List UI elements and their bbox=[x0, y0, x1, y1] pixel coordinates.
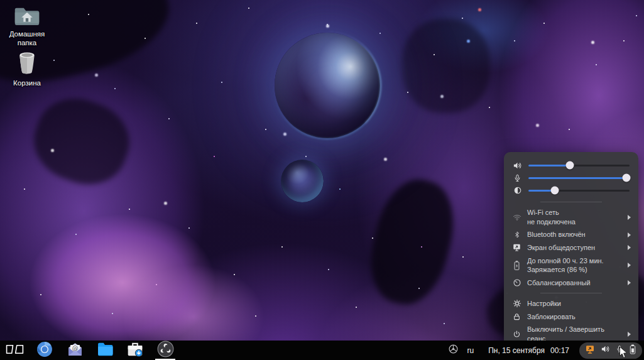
settings-menu-item[interactable]: Настройки bbox=[504, 297, 638, 310]
volume-track[interactable] bbox=[528, 165, 630, 166]
microphone-icon[interactable] bbox=[616, 344, 623, 356]
battery-subtitle: Заряжается (86 %) bbox=[527, 265, 624, 275]
taskbar-apps: @ bbox=[6, 342, 174, 359]
screen-share-active-icon[interactable] bbox=[585, 344, 595, 357]
large-planet bbox=[275, 33, 380, 138]
chevron-right-icon bbox=[628, 263, 631, 268]
bluetooth-icon bbox=[511, 230, 522, 239]
nebula-dark-shape bbox=[23, 87, 139, 195]
settings-label: Настройки bbox=[527, 299, 631, 308]
keyboard-layout-indicator[interactable]: ru bbox=[467, 346, 474, 355]
taskbar-tray-area: ru Пн, 15 сентября00:17 bbox=[448, 342, 644, 359]
desktop-screen: Домашняя папка Корзина bbox=[0, 0, 644, 360]
microphone-icon bbox=[512, 173, 523, 183]
power-profile-icon bbox=[511, 278, 522, 287]
microphone-track[interactable] bbox=[528, 177, 630, 179]
desktop-icon-label: Домашняя папка bbox=[1, 30, 53, 47]
brightness-icon bbox=[512, 185, 523, 196]
screen-share-title: Экран общедоступен bbox=[527, 243, 624, 253]
lock-menu-item[interactable]: Заблокировать bbox=[504, 310, 638, 324]
obs-icon bbox=[157, 341, 174, 360]
microphone-handle[interactable] bbox=[623, 174, 631, 182]
nebula-dark-shape bbox=[402, 19, 490, 113]
desktop-icon-label: Корзина bbox=[1, 79, 53, 88]
wifi-subtitle: не подключена bbox=[527, 217, 624, 227]
lock-icon bbox=[511, 312, 522, 321]
nebula-dark-shape bbox=[361, 172, 464, 312]
microphone-slider[interactable] bbox=[504, 172, 638, 184]
battery-title: До полной 00 ч. 23 мин. bbox=[527, 256, 624, 266]
software-center-launcher[interactable] bbox=[126, 342, 144, 359]
home-folder-icon bbox=[1, 6, 53, 28]
battery-icon bbox=[511, 260, 522, 271]
speaker-icon[interactable] bbox=[601, 344, 610, 356]
clock[interactable]: Пн, 15 сентября00:17 bbox=[488, 346, 569, 355]
battery-icon[interactable] bbox=[629, 344, 636, 357]
software-center-icon bbox=[126, 341, 144, 360]
brightness-handle[interactable] bbox=[550, 187, 559, 195]
clock-time: 00:17 bbox=[550, 346, 569, 355]
brightness-track[interactable] bbox=[528, 190, 630, 192]
clock-date: Пн, 15 сентября bbox=[488, 346, 545, 355]
desktop-icon-home[interactable]: Домашняя папка bbox=[1, 6, 53, 47]
divider bbox=[540, 202, 602, 202]
obs-studio-launcher[interactable] bbox=[156, 342, 174, 359]
volume-slider[interactable] bbox=[504, 159, 638, 172]
distro-menu-icon bbox=[5, 343, 25, 358]
chevron-right-icon bbox=[628, 332, 631, 337]
tray-wheel-icon[interactable] bbox=[448, 344, 459, 357]
screen-share-menu-item[interactable]: Экран общедоступен bbox=[504, 241, 638, 254]
quick-settings-popup: Wi-Fi сеть не подключена Bluetooth включ… bbox=[504, 152, 638, 351]
small-planet bbox=[281, 160, 324, 202]
wifi-title: Wi-Fi сеть bbox=[527, 208, 624, 217]
chevron-right-icon bbox=[628, 232, 631, 237]
lock-label: Заблокировать bbox=[527, 312, 631, 322]
chevron-right-icon bbox=[628, 215, 631, 220]
chevron-right-icon bbox=[628, 280, 631, 285]
volume-fill bbox=[528, 165, 570, 166]
settings-gear-icon bbox=[511, 299, 522, 308]
bluetooth-title: Bluetooth включён bbox=[527, 230, 624, 239]
wifi-icon bbox=[511, 213, 522, 222]
chromium-icon bbox=[36, 341, 53, 360]
trash-icon bbox=[1, 50, 53, 77]
chromium-launcher[interactable] bbox=[36, 342, 53, 359]
power-profile-menu-item[interactable]: Сбалансированный bbox=[504, 276, 638, 290]
chevron-right-icon bbox=[628, 245, 631, 250]
taskbar: @ bbox=[0, 341, 644, 360]
microphone-fill bbox=[528, 177, 626, 179]
volume-handle[interactable] bbox=[566, 161, 574, 170]
mail-launcher[interactable]: @ bbox=[66, 342, 84, 359]
mail-icon: @ bbox=[67, 341, 84, 360]
folder-icon bbox=[97, 342, 114, 359]
speaker-icon bbox=[512, 160, 523, 171]
slider-section bbox=[504, 152, 638, 198]
bluetooth-menu-item[interactable]: Bluetooth включён bbox=[504, 228, 638, 241]
system-tray-group[interactable] bbox=[579, 342, 642, 359]
file-manager-launcher[interactable] bbox=[96, 342, 114, 359]
divider bbox=[540, 293, 602, 293]
power-icon bbox=[511, 330, 522, 339]
brightness-slider[interactable] bbox=[504, 184, 638, 197]
battery-menu-item[interactable]: До полной 00 ч. 23 мин. Заряжается (86 %… bbox=[504, 254, 638, 276]
power-profile-title: Сбалансированный bbox=[527, 278, 624, 288]
app-menu-button[interactable] bbox=[6, 342, 23, 359]
starfield-bright bbox=[0, 0, 2, 2]
wifi-menu-item[interactable]: Wi-Fi сеть не подключена bbox=[504, 206, 638, 228]
screen-share-icon bbox=[511, 243, 522, 252]
desktop-icon-trash[interactable]: Корзина bbox=[1, 50, 53, 88]
